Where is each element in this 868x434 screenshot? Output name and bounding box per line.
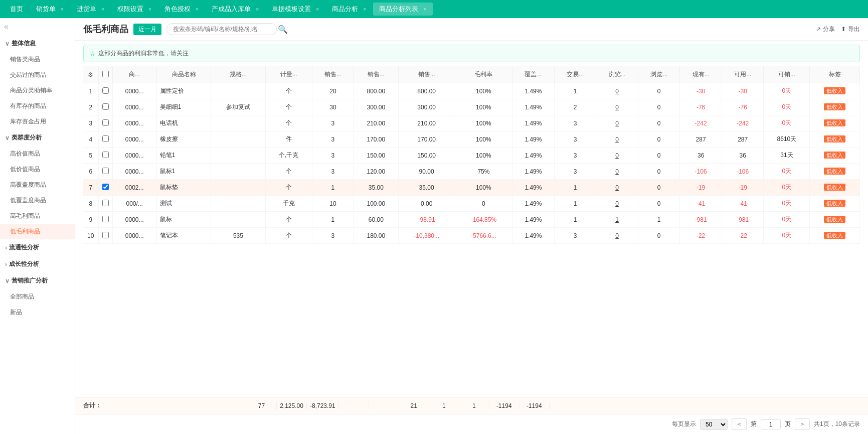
row-checkbox[interactable]	[102, 103, 109, 110]
nav-home[interactable]: 首页	[4, 3, 29, 16]
collapse-sidebar-button[interactable]: «	[0, 18, 13, 35]
sidebar-item-capital[interactable]: 库存资金占用	[0, 114, 75, 129]
per-page-select[interactable]: 50 20 100	[700, 419, 728, 430]
nav-template[interactable]: 单据模板设置 ×	[266, 3, 325, 16]
col-header-code[interactable]: 商...	[112, 66, 156, 83]
row-checkbox[interactable]	[102, 200, 109, 206]
sidebar-item-sales-goods[interactable]: 销售类商品	[0, 52, 75, 67]
col-header-available[interactable]: 可用...	[722, 66, 764, 83]
row-name[interactable]: 吴细细1	[156, 99, 211, 115]
settings-column-header[interactable]: ⚙	[83, 66, 98, 83]
sidebar-group-overall[interactable]: ∨ 整体信息	[0, 35, 75, 52]
row-checkbox-cell[interactable]	[98, 148, 112, 164]
share-button[interactable]: ↗ 分享	[816, 25, 835, 34]
sidebar-item-traded-goods[interactable]: 交易过的商品	[0, 67, 75, 83]
sidebar-item-low-margin[interactable]: 低毛利商品	[0, 224, 75, 239]
sidebar-group-marketing[interactable]: ∨ 营销推广分析	[0, 272, 75, 289]
row-checkbox-cell[interactable]	[98, 83, 112, 99]
row-view1[interactable]: 0	[596, 228, 638, 244]
row-checkbox[interactable]	[102, 87, 109, 94]
col-header-sales-price[interactable]: 销售...	[354, 66, 398, 83]
row-view1[interactable]: 0	[596, 83, 638, 99]
close-role-tab[interactable]: ×	[196, 6, 199, 12]
row-checkbox-cell[interactable]	[98, 196, 112, 212]
row-checkbox[interactable]	[102, 184, 109, 190]
select-all-checkbox[interactable]	[102, 71, 109, 77]
sidebar-item-high-value[interactable]: 高价值商品	[0, 146, 75, 162]
row-name[interactable]: 电话机	[156, 115, 211, 131]
col-header-sales-amount[interactable]: 销售...	[398, 66, 455, 83]
col-header-sales-qty[interactable]: 销售...	[312, 66, 354, 83]
row-view1[interactable]: 0	[596, 180, 638, 196]
row-checkbox[interactable]	[102, 216, 109, 222]
nav-role-auth[interactable]: 角色授权 ×	[158, 3, 205, 16]
row-checkbox-cell[interactable]	[98, 131, 112, 148]
col-header-gross-margin[interactable]: 毛利率	[455, 66, 512, 83]
row-name[interactable]: 鼠标垫	[156, 180, 211, 196]
sidebar-item-low-value[interactable]: 低价值商品	[0, 162, 75, 177]
row-name[interactable]: 测试	[156, 196, 211, 212]
row-view1[interactable]: 0	[596, 196, 638, 212]
row-view1[interactable]: 1	[596, 212, 638, 228]
checkbox-column-header[interactable]	[98, 66, 112, 83]
sidebar-group-liquidity[interactable]: › 流通性分析	[0, 239, 75, 256]
row-checkbox[interactable]	[102, 119, 109, 126]
col-header-current-stock[interactable]: 现有...	[680, 66, 722, 83]
sidebar-item-in-stock[interactable]: 有库存的商品	[0, 98, 75, 114]
col-header-spec[interactable]: 规格...	[211, 66, 265, 83]
sidebar-item-new-goods[interactable]: 新品	[0, 305, 75, 320]
nav-permissions[interactable]: 权限设置 ×	[111, 3, 157, 16]
close-analysis-list-tab[interactable]: ×	[423, 6, 426, 12]
nav-goods-analysis-list[interactable]: 商品分析列表 ×	[373, 3, 432, 16]
col-header-view2[interactable]: 浏览...	[638, 66, 680, 83]
row-checkbox[interactable]	[102, 168, 109, 174]
prev-page-button[interactable]: ＜	[732, 418, 747, 430]
col-header-name[interactable]: 商品名称	[156, 66, 211, 83]
row-name[interactable]: 笔记本	[156, 228, 211, 244]
export-button[interactable]: ⬆ 导出	[841, 25, 860, 34]
row-view1[interactable]: 0	[596, 148, 638, 164]
row-name[interactable]: 铅笔1	[156, 148, 211, 164]
col-header-tag[interactable]: 标签	[810, 66, 860, 83]
sidebar-item-high-margin[interactable]: 高毛利商品	[0, 208, 75, 224]
row-view1[interactable]: 0	[596, 164, 638, 180]
nav-purchase[interactable]: 进货单 ×	[71, 3, 110, 16]
close-template-tab[interactable]: ×	[316, 6, 319, 12]
nav-sales[interactable]: 销货单 ×	[30, 3, 70, 16]
close-purchase-tab[interactable]: ×	[101, 6, 104, 12]
nav-goods-analysis[interactable]: 商品分析 ×	[326, 3, 372, 16]
col-header-unit[interactable]: 计量...	[265, 66, 312, 83]
sidebar-item-high-coverage[interactable]: 高覆盖度商品	[0, 177, 75, 193]
row-checkbox-cell[interactable]	[98, 228, 112, 244]
page-number-input[interactable]	[761, 419, 781, 429]
col-header-sellable[interactable]: 可销...	[764, 66, 810, 83]
sidebar-group-growth[interactable]: › 成长性分析	[0, 256, 75, 272]
row-view1[interactable]: 0	[596, 115, 638, 131]
sidebar-group-cluster[interactable]: ∨ 类群度分析	[0, 129, 75, 146]
row-checkbox[interactable]	[102, 135, 109, 142]
sidebar-item-low-coverage[interactable]: 低覆盖度商品	[0, 193, 75, 208]
row-name[interactable]: 鼠标	[156, 212, 211, 228]
row-checkbox-cell[interactable]	[98, 99, 112, 115]
sidebar-item-all-goods[interactable]: 全部商品	[0, 289, 75, 305]
row-name[interactable]: 鼠标1	[156, 164, 211, 180]
row-checkbox-cell[interactable]	[98, 164, 112, 180]
row-name[interactable]: 属性定价	[156, 83, 211, 99]
close-product-tab[interactable]: ×	[256, 6, 259, 12]
row-view1[interactable]: 0	[596, 131, 638, 148]
close-sales-tab[interactable]: ×	[61, 6, 64, 12]
close-permissions-tab[interactable]: ×	[148, 6, 151, 12]
sidebar-item-category-rate[interactable]: 商品分类助销率	[0, 83, 75, 98]
col-header-trade[interactable]: 交易...	[554, 66, 596, 83]
close-analysis-tab[interactable]: ×	[363, 6, 366, 12]
row-checkbox[interactable]	[102, 152, 109, 158]
search-input[interactable]	[166, 23, 277, 35]
col-header-coverage[interactable]: 覆盖...	[512, 66, 555, 83]
row-checkbox[interactable]	[102, 232, 109, 238]
search-button[interactable]: 🔍	[278, 25, 288, 34]
col-header-view1[interactable]: 浏览...	[596, 66, 638, 83]
row-checkbox-cell[interactable]	[98, 115, 112, 131]
row-name[interactable]: 橡皮擦	[156, 131, 211, 148]
row-checkbox-cell[interactable]	[98, 212, 112, 228]
row-view1[interactable]: 0	[596, 99, 638, 115]
